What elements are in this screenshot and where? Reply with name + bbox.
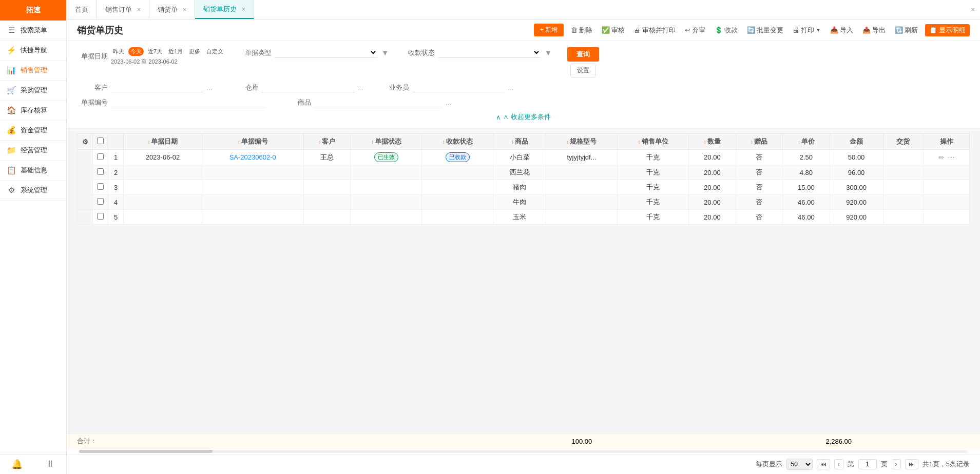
tab-sales-order[interactable]: 销售订单 ×	[97, 0, 149, 19]
th-doc-no-sort-icon: ↕	[238, 139, 240, 145]
sidebar-item-finance-mgmt[interactable]: 💰 资金管理	[0, 121, 66, 141]
page-label-2: 页	[881, 460, 888, 469]
tab-sales-order-close[interactable]: ×	[137, 6, 141, 13]
th-payment-status[interactable]: ↕收款状态	[422, 134, 493, 150]
select-all-checkbox[interactable]	[97, 137, 104, 144]
collect-icon: 💲	[715, 26, 723, 34]
filter-doc-no-input[interactable]	[111, 97, 265, 107]
collect-button[interactable]: 💲 收款	[713, 25, 740, 36]
page-num-input[interactable]	[858, 459, 877, 469]
query-button[interactable]: 查询	[567, 47, 599, 62]
goods-picker-btn[interactable]: ...	[446, 98, 452, 107]
sidebar-item-operations-mgmt[interactable]: 📁 经营管理	[0, 141, 66, 161]
th-date[interactable]: ↕单据日期	[124, 134, 202, 150]
tab-home[interactable]: 首页	[67, 0, 97, 19]
th-gift[interactable]: ↕赠品	[736, 134, 783, 150]
filter-doc-type-select[interactable]	[275, 47, 377, 58]
edit-icon[interactable]: ✏	[938, 153, 945, 162]
footer-total-qty: 100.00	[572, 438, 592, 445]
sidebar-item-purchase-mgmt[interactable]: 🛒 采购管理	[0, 81, 66, 101]
sidebar-item-search-menu[interactable]: ☰ 搜索菜单	[0, 21, 66, 41]
sidebar: 拓速 ☰ 搜索菜单 ⚡ 快捷导航 📊 销售管理 🛒 采购管理 🏠 库存核算 💰 …	[0, 0, 67, 474]
page-first-btn[interactable]: ⏮	[817, 459, 830, 469]
date-btn-custom[interactable]: 自定义	[204, 47, 225, 56]
th-doc-status[interactable]: ↕单据状态	[351, 134, 422, 150]
th-doc-no[interactable]: ↕单据编号	[202, 134, 303, 150]
row-checkbox[interactable]	[97, 168, 104, 175]
audit-button[interactable]: ✅ 审核	[600, 25, 627, 36]
filter-staff-input[interactable]	[412, 83, 505, 92]
refresh-button[interactable]: 🔃 刷新	[893, 25, 920, 36]
row-checkbox[interactable]	[97, 183, 104, 190]
row-checkbox[interactable]	[97, 153, 104, 160]
page-size-select[interactable]: 50 100 200	[786, 459, 813, 470]
th-unit-price[interactable]: ↕单价	[783, 134, 830, 150]
row-checkbox[interactable]	[97, 198, 104, 205]
tab-sales-history-close[interactable]: ×	[242, 6, 245, 13]
tab-sales-history[interactable]: 销货单历史 ×	[195, 0, 254, 19]
filter-warehouse-input[interactable]	[262, 83, 354, 92]
th-qty[interactable]: ↕数量	[689, 134, 736, 150]
td-checkbox	[93, 180, 108, 195]
filter-goods-input[interactable]	[314, 97, 443, 107]
date-btn-1month[interactable]: 近1月	[166, 47, 185, 56]
sidebar-item-quick-nav[interactable]: ⚡ 快捷导航	[0, 41, 66, 61]
page-next-btn[interactable]: ›	[892, 459, 901, 469]
import-button[interactable]: 📥 导入	[828, 25, 855, 36]
filter-staff: 业务员 ...	[378, 83, 514, 92]
th-unit[interactable]: ↕销售单位	[617, 134, 688, 150]
audit-print-icon: 🖨	[634, 26, 641, 34]
row-checkbox[interactable]	[97, 213, 104, 220]
export-button[interactable]: 📤 导出	[860, 25, 888, 36]
td-unit-price: 2.50	[783, 150, 830, 165]
date-btn-7days[interactable]: 近7天	[146, 47, 164, 56]
date-btn-today[interactable]: 今天	[128, 47, 144, 56]
batch-change-icon: 🔄	[747, 26, 755, 34]
page-last-btn[interactable]: ⏭	[905, 459, 918, 469]
print-button[interactable]: 🖨 打印 ▼	[791, 25, 823, 36]
abandon-button[interactable]: ↩ 弃审	[683, 25, 707, 36]
sidebar-item-inventory[interactable]: 🏠 库存核算	[0, 101, 66, 121]
delete-button[interactable]: 🗑 删除	[569, 25, 594, 36]
notification-icon[interactable]: 🔔	[11, 459, 23, 470]
customer-picker-btn[interactable]: ...	[206, 84, 213, 92]
doc-no-link[interactable]: SA-20230602-0	[229, 153, 276, 161]
page-prev-btn[interactable]: ‹	[834, 459, 843, 469]
date-btn-more[interactable]: 更多	[187, 47, 202, 56]
more-icon[interactable]: ⋯	[948, 153, 955, 162]
audit-print-button[interactable]: 🖨 审核并打印	[632, 25, 678, 36]
pause-icon[interactable]: ⏸	[46, 459, 55, 470]
doc-type-dropdown-icon: ▼	[381, 49, 389, 57]
tab-sales-delivery[interactable]: 销货单 ×	[149, 0, 195, 19]
filter-customer-input[interactable]	[111, 83, 203, 92]
collapse-filter-btn[interactable]: ∧ ∧ 收起更多条件	[77, 112, 970, 122]
payment-status-dropdown-icon: ▼	[545, 49, 552, 57]
audit-icon: ✅	[602, 26, 610, 34]
th-customer[interactable]: ↕客户	[303, 134, 351, 150]
th-goods[interactable]: ↕商品	[493, 134, 546, 150]
th-ops: 操作	[924, 134, 970, 150]
horizontal-scrollbar[interactable]	[79, 450, 968, 453]
tab-bar-close-all[interactable]: ×	[966, 6, 980, 13]
date-btn-yesterday[interactable]: 昨天	[111, 47, 126, 56]
td-transaction	[883, 180, 924, 195]
tab-sales-delivery-close[interactable]: ×	[183, 6, 186, 13]
basic-info-icon: 📋	[6, 166, 16, 175]
th-gear[interactable]: ⚙	[78, 134, 93, 150]
warehouse-picker-btn[interactable]: ...	[357, 84, 363, 92]
sidebar-item-sales-mgmt[interactable]: 📊 销售管理	[0, 61, 66, 81]
add-button[interactable]: + 新增	[534, 24, 564, 36]
staff-picker-btn[interactable]: ...	[508, 84, 514, 92]
th-spec[interactable]: ↕规格型号	[546, 134, 617, 150]
filter-payment-status-select[interactable]	[438, 47, 541, 58]
sidebar-item-basic-info[interactable]: 📋 基础信息	[0, 161, 66, 181]
td-date	[124, 165, 202, 180]
td-unit: 千克	[617, 150, 688, 165]
table-header-row: ⚙ ↕单据日期 ↕单据编号 ↕客户	[78, 134, 970, 150]
td-doc-no	[202, 165, 303, 180]
show-detail-button[interactable]: 📋 显示明细	[925, 24, 970, 36]
settings-button[interactable]: 设置	[570, 64, 596, 77]
sidebar-item-system-mgmt[interactable]: ⚙ 系统管理	[0, 181, 66, 201]
filter-date-label: 单据日期	[77, 52, 108, 61]
batch-change-button[interactable]: 🔄 批量变更	[745, 25, 785, 36]
